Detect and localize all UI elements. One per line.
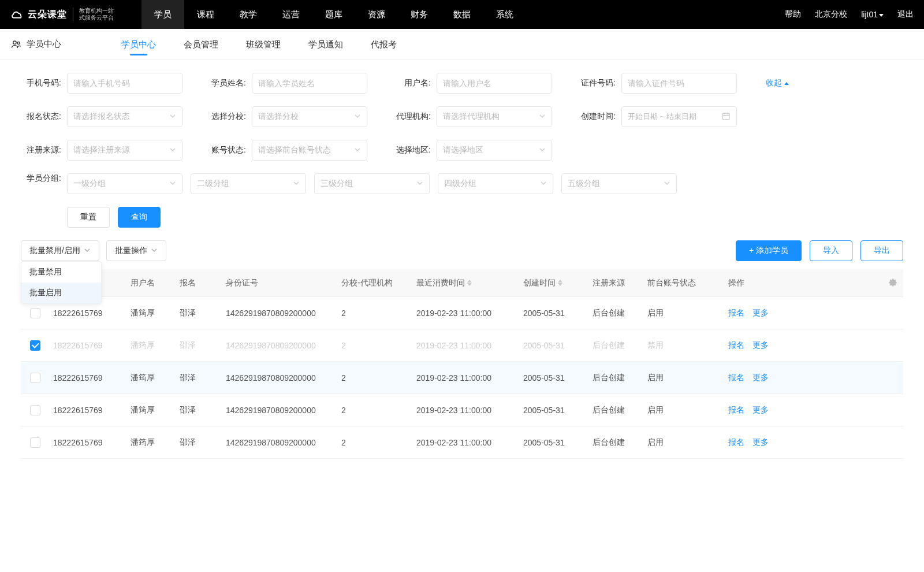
phone-input[interactable]	[67, 73, 182, 94]
th-username[interactable]: 用户名	[131, 278, 180, 288]
topnav-item[interactable]: 题库	[312, 0, 355, 29]
row-enroll-link[interactable]: 报名	[728, 340, 744, 350]
th-idno[interactable]: 身份证号	[226, 278, 341, 288]
row-more-link[interactable]: 更多	[752, 340, 769, 350]
group-level-select-2[interactable]: 二级分组	[191, 173, 306, 194]
batch-toggle-dropdown[interactable]: 批量禁用/启用	[21, 240, 99, 261]
cell-phone: 18222615769	[50, 309, 131, 318]
user-menu[interactable]: lijt01	[861, 10, 884, 19]
topnav-item[interactable]: 运营	[270, 0, 312, 29]
cell-enroll: 邵泽	[180, 437, 226, 448]
enroll-status-select[interactable]: 请选择报名状态	[67, 106, 182, 127]
create-time-range[interactable]: 开始日期 ~ 结束日期	[621, 106, 737, 127]
th-enroll[interactable]: 报名	[180, 278, 226, 288]
table-row[interactable]: 18222615769潘筠厚邵泽142629198708092000002201…	[21, 297, 903, 329]
table-row[interactable]: 18222615769潘筠厚邵泽142629198708092000002201…	[21, 426, 903, 459]
branch-select[interactable]: 请选择分校	[252, 106, 367, 127]
topnav-item[interactable]: 教学	[227, 0, 270, 29]
sub-tab[interactable]: 学员通知	[306, 29, 345, 60]
row-checkbox[interactable]	[30, 308, 40, 318]
sort-icon[interactable]	[558, 280, 562, 286]
sub-tab[interactable]: 代报考	[368, 29, 399, 60]
topnav-item[interactable]: 课程	[184, 0, 227, 29]
menu-item-batch-enable[interactable]: 批量启用	[21, 283, 101, 303]
idno-input[interactable]	[621, 73, 737, 94]
th-source[interactable]: 注册来源	[593, 278, 647, 288]
cell-status: 禁用	[647, 340, 728, 351]
group-level-select-3[interactable]: 三级分组	[314, 173, 430, 194]
th-create[interactable]: 创建时间	[523, 278, 593, 288]
row-checkbox[interactable]	[30, 373, 40, 383]
top-nav: 学员课程教学运营题库资源财务数据系统	[141, 0, 526, 29]
group-level-select-5[interactable]: 五级分组	[561, 173, 677, 194]
row-more-link[interactable]: 更多	[752, 373, 769, 382]
th-status[interactable]: 前台账号状态	[647, 278, 728, 288]
row-more-link[interactable]: 更多	[752, 405, 769, 414]
row-checkbox[interactable]	[30, 340, 40, 351]
cell-status: 启用	[647, 373, 728, 383]
logo-subtitle: 教育机构一站式服务云平台	[79, 8, 114, 21]
cell-lastpay: 2019-02-23 11:00:00	[416, 309, 523, 318]
chevron-down-icon	[169, 179, 176, 188]
logo[interactable]: 云朵课堂 教育机构一站式服务云平台	[0, 0, 124, 29]
row-checkbox[interactable]	[30, 437, 40, 448]
table-row[interactable]: 18222615769潘筠厚邵泽142629198708092000002201…	[21, 329, 903, 362]
account-status-select[interactable]: 请选择前台账号状态	[252, 140, 367, 161]
table-row[interactable]: 18222615769潘筠厚邵泽142629198708092000002201…	[21, 362, 903, 394]
cell-phone: 18222615769	[50, 438, 131, 447]
row-checkbox[interactable]	[30, 405, 40, 415]
sub-nav-title: 学员中心	[10, 39, 61, 50]
topnav-item[interactable]: 系统	[483, 0, 526, 29]
row-more-link[interactable]: 更多	[752, 308, 769, 317]
topnav-item[interactable]: 数据	[441, 0, 483, 29]
topnav-item[interactable]: 学员	[141, 0, 184, 29]
help-link[interactable]: 帮助	[785, 9, 801, 20]
cell-create: 2005-05-31	[523, 341, 593, 350]
th-lastpay[interactable]: 最近消费时间	[416, 278, 523, 288]
reset-button[interactable]: 重置	[67, 207, 110, 228]
cell-username: 潘筠厚	[131, 308, 180, 318]
row-enroll-link[interactable]: 报名	[728, 405, 744, 414]
group-level-select-1[interactable]: 一级分组	[67, 173, 182, 194]
filter-label: 注册来源:	[21, 145, 61, 155]
cell-enroll: 邵泽	[180, 405, 226, 415]
cell-enroll: 邵泽	[180, 308, 226, 318]
region-select[interactable]: 请选择地区	[437, 140, 552, 161]
sub-tab[interactable]: 班级管理	[244, 29, 283, 60]
import-button[interactable]: 导入	[810, 240, 852, 261]
sort-icon[interactable]	[467, 280, 472, 286]
logout-link[interactable]: 退出	[897, 9, 914, 20]
filter-label: 选择地区:	[390, 145, 431, 155]
th-branch[interactable]: 分校-代理机构	[341, 278, 416, 288]
search-button[interactable]: 查询	[118, 207, 161, 228]
agency-select[interactable]: 请选择代理机构	[437, 106, 552, 127]
topnav-item[interactable]: 财务	[398, 0, 441, 29]
cell-lastpay: 2019-02-23 11:00:00	[416, 438, 523, 447]
row-enroll-link[interactable]: 报名	[728, 373, 744, 382]
menu-item-batch-disable[interactable]: 批量禁用	[21, 262, 101, 283]
column-settings-icon[interactable]	[888, 277, 897, 288]
filter-actions: 重置 查询	[67, 207, 903, 228]
sub-tab[interactable]: 学员中心	[119, 29, 158, 60]
export-button[interactable]: 导出	[860, 240, 903, 261]
filter-label: 学员分组:	[21, 173, 61, 184]
student-name-input[interactable]	[252, 73, 367, 94]
username-input[interactable]	[437, 73, 552, 94]
register-source-select[interactable]: 请选择注册来源	[67, 140, 182, 161]
branch-selector[interactable]: 北京分校	[815, 9, 847, 20]
group-level-select-4[interactable]: 四级分组	[438, 173, 553, 194]
add-student-button[interactable]: + 添加学员	[736, 240, 802, 261]
row-enroll-link[interactable]: 报名	[728, 308, 744, 317]
batch-toggle-menu: 批量禁用 批量启用	[21, 261, 102, 304]
topnav-item[interactable]: 资源	[355, 0, 398, 29]
row-more-link[interactable]: 更多	[752, 437, 769, 447]
table-row[interactable]: 18222615769潘筠厚邵泽142629198708092000002201…	[21, 394, 903, 426]
row-enroll-link[interactable]: 报名	[728, 437, 744, 447]
filter-label: 报名状态:	[21, 112, 61, 122]
sub-tab[interactable]: 会员管理	[181, 29, 221, 60]
svg-rect-2	[722, 113, 729, 120]
batch-ops-dropdown[interactable]: 批量操作	[106, 240, 166, 261]
svg-point-1	[17, 42, 20, 44]
collapse-toggle[interactable]: 收起	[766, 78, 789, 88]
student-table: 用户名 报名 身份证号 分校-代理机构 最近消费时间 创建时间 注册来源 前台账…	[21, 269, 903, 459]
